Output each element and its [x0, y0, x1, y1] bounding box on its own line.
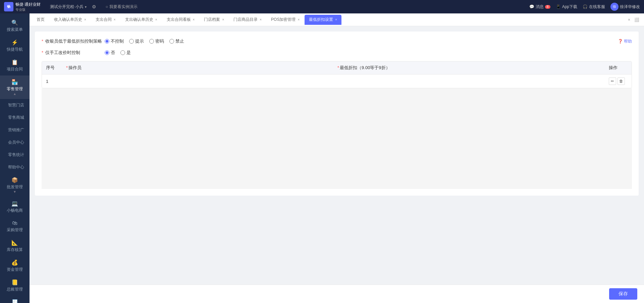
main-layout: 🔍 搜索菜单 ⚡ 快捷导航 📋 项目合同 🏪 零售管理 ▲ 智慧门店 零售商城 … [0, 13, 644, 303]
tab-expand-btn[interactable]: ⬜ [634, 17, 640, 23]
tab-expenditure-history-close[interactable]: × [155, 18, 157, 21]
avatar: 徐 [610, 3, 619, 11]
help-button[interactable]: ❓ 帮助 [618, 39, 632, 44]
tab-expenditure-board-close[interactable]: × [193, 18, 195, 21]
page-footer: 保存 [30, 285, 644, 303]
sidebar-item-ecommerce[interactable]: 💻 小畅电商 [0, 197, 30, 217]
logo-area: 畅 畅捷·通好业财 专业版 [4, 2, 41, 12]
sidebar-item-marketing[interactable]: 营销推广 [0, 124, 30, 136]
tab-store-file-label: 门店档案 [204, 17, 220, 22]
tab-pos-password-close[interactable]: × [298, 18, 300, 21]
tab-home[interactable]: 首页 [32, 15, 49, 25]
discount-radio-no-control[interactable] [105, 39, 109, 44]
discount-radio-password[interactable] [149, 39, 154, 44]
sidebar-label-ledger: 总账管理 [7, 287, 23, 292]
tab-store-file[interactable]: 门店档案 × [200, 15, 228, 25]
manual-price-option-no[interactable]: 否 [105, 50, 115, 56]
discount-radio-forbid[interactable] [169, 39, 174, 44]
sidebar-item-search[interactable]: 🔍 搜索菜单 [0, 16, 30, 36]
manual-price-row: * 仅手工改价时控制 否 是 [42, 50, 632, 56]
help-icon: ❓ [618, 39, 623, 44]
content-area: 首页 收入确认单历史 × 支出合同 × 支出确认单历史 × 支出合同看板 × 门… [30, 13, 644, 303]
sidebar-item-ledger[interactable]: 📒 总账管理 [0, 276, 30, 296]
tab-expenditure-history-label: 支出确认单历史 [125, 17, 153, 22]
table-row: 1 ✏ 🗑 [42, 74, 632, 88]
tab-store-products-close[interactable]: × [260, 18, 262, 21]
save-button[interactable]: 保存 [609, 288, 637, 300]
table-body: 1 ✏ 🗑 [42, 74, 632, 88]
tab-min-discount[interactable]: 最低折扣设置 × [305, 15, 341, 25]
header-settings-icon[interactable]: ⚙ [92, 4, 96, 9]
discount-control-options: 不控制 提示 密码 禁止 [105, 38, 184, 44]
tab-min-discount-close[interactable]: × [335, 18, 337, 21]
discount-option-no-control[interactable]: 不控制 [105, 38, 124, 44]
sidebar-item-smart-store[interactable]: 智慧门店 [0, 99, 30, 111]
sidebar-label-quicknav: 快捷导航 [7, 47, 23, 52]
search-icon: 🔍 [11, 19, 18, 26]
tab-expenditure-history[interactable]: 支出确认单历史 × [121, 15, 162, 25]
top-header: 畅 畅捷·通好业财 专业版 测试分开完程·小兵 ▾ ⚙ ○ 我要看实例演示 💬 … [0, 0, 644, 13]
online-service-icon: 🎧 [583, 4, 588, 9]
project-selector[interactable]: 测试分开完程·小兵 ▾ [50, 4, 86, 10]
project-name: 测试分开完程·小兵 [50, 4, 83, 10]
tab-pos-password-label: POS加密管理 [271, 17, 296, 22]
col-actions: 操作 [605, 61, 632, 74]
delete-row-btn[interactable]: 🗑 [618, 78, 625, 85]
retail-mall-label: 零售商城 [8, 115, 24, 120]
sidebar-item-quicknav[interactable]: ⚡ 快捷导航 [0, 36, 30, 56]
sidebar-item-invoice[interactable]: 🧾 发票管理 [0, 296, 30, 303]
retail-icon: 🏪 [11, 79, 18, 85]
sidebar-item-wholesale[interactable]: 📦 批发管理 ▼ [0, 173, 30, 197]
tab-expenditure-contract[interactable]: 支出合同 × [91, 15, 120, 25]
manual-price-option-yes[interactable]: 是 [120, 50, 131, 56]
invoice-icon: 🧾 [11, 299, 18, 303]
cell-index: 1 [42, 76, 62, 87]
messages-btn[interactable]: 💬 消息 8 [529, 4, 550, 10]
tab-store-products-label: 门店商品目录 [233, 17, 258, 22]
tab-store-file-close[interactable]: × [222, 18, 224, 21]
tab-pos-password[interactable]: POS加密管理 × [267, 15, 304, 25]
sidebar-item-inventory[interactable]: 📐 库存核算 [0, 236, 30, 256]
app-download-btn[interactable]: 📱 App下载 [556, 4, 577, 10]
manual-price-radio-no[interactable] [105, 50, 109, 55]
empty-area [42, 88, 632, 189]
discount-option-remind[interactable]: 提示 [129, 38, 144, 44]
finance-icon: 💰 [11, 259, 18, 266]
sidebar-label-inventory: 库存核算 [7, 247, 23, 253]
wholesale-icon: 📦 [11, 177, 18, 183]
sidebar-label-finance: 资金管理 [7, 267, 23, 272]
sidebar-item-retail-stats[interactable]: 零售统计 [0, 149, 30, 161]
manual-price-radio-yes[interactable] [120, 50, 125, 55]
tab-store-products[interactable]: 门店商品目录 × [229, 15, 266, 25]
discount-option-password[interactable]: 密码 [149, 38, 164, 44]
discount-option-forbid[interactable]: 禁止 [169, 38, 184, 44]
tab-income-history[interactable]: 收入确认单历史 × [50, 15, 91, 25]
manual-price-options: 否 是 [105, 50, 131, 56]
tab-expenditure-board[interactable]: 支出合同看板 × [162, 15, 199, 25]
sidebar-label-ecommerce: 小畅电商 [7, 208, 23, 213]
discount-radio-remind[interactable] [129, 39, 134, 44]
tab-expenditure-contract-close[interactable]: × [114, 18, 116, 21]
tab-min-discount-label: 最低折扣设置 [309, 17, 333, 22]
tab-close-all-btn[interactable]: × [627, 17, 631, 23]
sidebar-item-purchase[interactable]: 🛍 采购管理 [0, 217, 30, 236]
tab-income-history-close[interactable]: × [84, 18, 86, 21]
online-service-btn[interactable]: 🎧 在线客服 [583, 4, 605, 10]
sidebar-item-retail-mall[interactable]: 零售商城 [0, 111, 30, 124]
edit-row-btn[interactable]: ✏ [609, 78, 616, 85]
smart-store-label: 智慧门店 [8, 102, 24, 108]
sidebar-item-help-center[interactable]: 帮助中心 [0, 161, 30, 173]
sidebar-label-retail: 零售管理 [7, 86, 23, 92]
sidebar-item-retail[interactable]: 🏪 零售管理 ▲ [0, 75, 30, 99]
help-label: 帮助 [624, 39, 632, 44]
sidebar-item-finance[interactable]: 💰 资金管理 [0, 256, 30, 276]
messages-icon: 💬 [529, 4, 534, 9]
sidebar-item-project[interactable]: 📋 项目合同 [0, 56, 30, 75]
col-min-discount: *最低折扣（9.00等于9折） [333, 61, 605, 74]
sidebar-item-member[interactable]: 会员中心 [0, 136, 30, 149]
cell-actions: ✏ 🗑 [605, 75, 632, 88]
user-menu-btn[interactable]: 徐 徐泽华修改 [610, 3, 640, 11]
manual-required-mark: * [42, 50, 43, 55]
demo-link[interactable]: ○ 我要看实例演示 [106, 4, 138, 10]
messages-badge: 8 [545, 5, 550, 9]
